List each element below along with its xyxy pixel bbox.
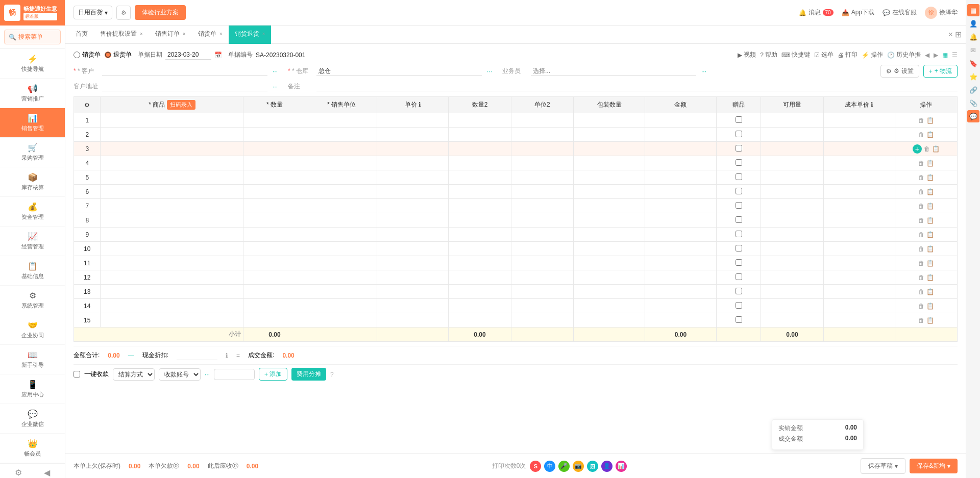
cost-price-cell-2[interactable] xyxy=(823,128,895,142)
cost-price-cell-7[interactable] xyxy=(823,199,895,213)
cost-price-cell-15[interactable] xyxy=(823,313,895,328)
sales-unit-cell-3[interactable] xyxy=(306,142,377,156)
copy-row-btn-14[interactable]: 📋 xyxy=(926,303,934,310)
topbar-settings-btn[interactable]: ⚙ xyxy=(116,6,131,20)
bill-date-input[interactable] xyxy=(165,50,211,60)
sidebar-item-finance[interactable]: 💰 资金管理 xyxy=(0,197,65,227)
close-all-tabs-btn[interactable]: × xyxy=(948,30,953,39)
select-btn[interactable]: ☑ 选单 xyxy=(814,51,834,59)
unit2-cell-10[interactable] xyxy=(511,242,573,256)
unit2-cell-6[interactable] xyxy=(511,185,573,199)
add-payment-btn[interactable]: + 添加 xyxy=(259,368,287,381)
unit-price-cell-8[interactable] xyxy=(377,213,449,228)
cost-price-cell-9[interactable] xyxy=(823,228,895,242)
cost-price-cell-12[interactable] xyxy=(823,270,895,285)
gift-cell-7[interactable] xyxy=(716,199,761,213)
unit-price-cell-5[interactable] xyxy=(377,170,449,185)
cost-price-cell-8[interactable] xyxy=(823,213,895,228)
right-icon-link[interactable]: 🔗 xyxy=(967,84,979,96)
tab-sales-order-close[interactable]: × xyxy=(183,31,186,37)
save-new-btn[interactable]: 保存&新增 ▾ xyxy=(910,459,958,473)
product-cell-1[interactable] xyxy=(101,113,243,128)
quantity2-cell-5[interactable] xyxy=(449,170,511,185)
gift-cell-6[interactable] xyxy=(716,185,761,199)
salesperson-input[interactable] xyxy=(531,66,696,76)
sidebar-item-purchase[interactable]: 🛒 采购管理 xyxy=(0,138,65,167)
unit-price-cell-9[interactable] xyxy=(377,228,449,242)
unit2-cell-3[interactable] xyxy=(511,142,573,156)
add-row-btn-3[interactable]: + xyxy=(913,144,922,154)
product-cell-6[interactable] xyxy=(101,185,243,199)
product-cell-8[interactable] xyxy=(101,213,243,228)
sidebar-item-sales[interactable]: 📊 销售管理 xyxy=(0,108,65,138)
available-cell-13[interactable] xyxy=(761,285,823,299)
gift-cell-11[interactable] xyxy=(716,256,761,270)
product-cell-9[interactable] xyxy=(101,228,243,242)
unit2-cell-13[interactable] xyxy=(511,285,573,299)
copy-row-btn-15[interactable]: 📋 xyxy=(926,317,934,324)
gift-checkbox-7[interactable] xyxy=(736,202,742,209)
unit-price-cell-10[interactable] xyxy=(377,242,449,256)
copy-row-btn-4[interactable]: 📋 xyxy=(926,160,934,167)
amount-cell-9[interactable] xyxy=(645,228,717,242)
icon-img[interactable]: 🖼 xyxy=(587,461,598,472)
available-cell-8[interactable] xyxy=(761,213,823,228)
available-cell-5[interactable] xyxy=(761,170,823,185)
unit2-cell-7[interactable] xyxy=(511,199,573,213)
right-icon-clip[interactable]: 📎 xyxy=(967,97,979,109)
cost-price-cell-10[interactable] xyxy=(823,242,895,256)
gift-cell-4[interactable] xyxy=(716,156,761,170)
operate-btn[interactable]: ⚡ 操作 xyxy=(862,51,883,59)
gift-checkbox-14[interactable] xyxy=(736,302,742,309)
gift-cell-5[interactable] xyxy=(716,170,761,185)
gift-checkbox-1[interactable] xyxy=(736,116,742,123)
sidebar-item-apps[interactable]: 📱 应用中心 xyxy=(0,374,65,404)
grid-view-btn[interactable]: ▦ xyxy=(942,52,948,59)
quantity-cell-9[interactable] xyxy=(243,228,306,242)
unit-price-cell-11[interactable] xyxy=(377,256,449,270)
fee-split-btn[interactable]: 费用分摊 xyxy=(291,368,326,381)
icon-mic[interactable]: 🎤 xyxy=(558,461,570,472)
unit-price-cell-7[interactable] xyxy=(377,199,449,213)
product-cell-7[interactable] xyxy=(101,199,243,213)
cost-price-cell-11[interactable] xyxy=(823,256,895,270)
help-btn[interactable]: ? 帮助 xyxy=(760,51,777,59)
collapse-icon[interactable]: ◀ xyxy=(44,468,50,477)
calendar-icon[interactable]: 📅 xyxy=(214,52,222,59)
sales-unit-cell-7[interactable] xyxy=(306,199,377,213)
available-cell-1[interactable] xyxy=(761,113,823,128)
tab-sales-bill-close[interactable]: × xyxy=(219,31,223,37)
return-bill-radio[interactable]: 退货单 xyxy=(105,51,132,59)
copy-row-btn-6[interactable]: 📋 xyxy=(926,188,934,195)
amount-cell-5[interactable] xyxy=(645,170,717,185)
amount-cell-14[interactable] xyxy=(645,299,717,313)
video-btn[interactable]: ▶ 视频 xyxy=(738,51,756,59)
quantity2-cell-3[interactable] xyxy=(449,142,511,156)
sales-unit-cell-9[interactable] xyxy=(306,228,377,242)
pack-qty-cell-8[interactable] xyxy=(574,213,645,228)
delete-row-btn-7[interactable]: 🗑 xyxy=(918,203,924,210)
cost-price-cell-5[interactable] xyxy=(823,170,895,185)
sales-unit-cell-5[interactable] xyxy=(306,170,377,185)
quantity-cell-13[interactable] xyxy=(243,285,306,299)
unit-price-cell-12[interactable] xyxy=(377,270,449,285)
tab-sales-return[interactable]: 销货退货 × xyxy=(229,26,272,44)
icon-zhong[interactable]: 中 xyxy=(544,461,555,472)
quantity-cell-8[interactable] xyxy=(243,213,306,228)
available-cell-6[interactable] xyxy=(761,185,823,199)
pack-qty-cell-3[interactable] xyxy=(574,142,645,156)
copy-row-btn-13[interactable]: 📋 xyxy=(926,288,934,295)
salesperson-select-btn[interactable]: ··· xyxy=(701,68,706,75)
tab-sales-order[interactable]: 销售订单 × xyxy=(149,26,192,44)
sidebar-item-system[interactable]: ⚙ 系统管理 xyxy=(0,286,65,315)
delete-row-btn-4[interactable]: 🗑 xyxy=(918,160,924,167)
delete-row-btn-14[interactable]: 🗑 xyxy=(918,303,924,310)
unit-price-cell-2[interactable] xyxy=(377,128,449,142)
copy-row-btn-2[interactable]: 📋 xyxy=(926,131,934,138)
right-icon-chat[interactable]: 💬 xyxy=(967,110,979,122)
icon-s[interactable]: S xyxy=(530,461,541,472)
warehouse-select-btn[interactable]: ··· xyxy=(487,68,492,75)
sidebar-item-enterprise[interactable]: 🤝 企业协同 xyxy=(0,315,65,345)
settings-bottom-icon[interactable]: ⚙ xyxy=(15,468,22,477)
sidebar-item-marketing[interactable]: 📢 营销推广 xyxy=(0,79,65,108)
